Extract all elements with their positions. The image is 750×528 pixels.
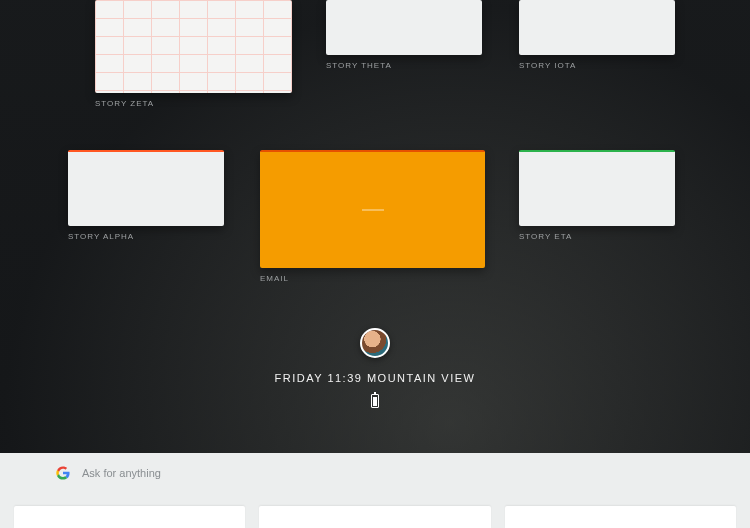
search-placeholder: Ask for anything bbox=[82, 467, 161, 479]
search-bar[interactable]: Ask for anything bbox=[0, 453, 750, 493]
card-label: STORY IOTA bbox=[519, 61, 576, 70]
card-story-iota[interactable]: STORY IOTA bbox=[519, 0, 675, 55]
card-email[interactable]: EMAIL bbox=[260, 150, 485, 268]
overview-screen: STORY ZETA STORY THETA STORY IOTA STORY … bbox=[0, 0, 750, 528]
bottom-panel: Ask for anything bbox=[0, 453, 750, 528]
avatar[interactable] bbox=[360, 328, 390, 358]
card-label: STORY ETA bbox=[519, 232, 572, 241]
card-label: STORY ZETA bbox=[95, 99, 154, 108]
feed-card[interactable] bbox=[14, 506, 245, 528]
card-story-theta[interactable]: STORY THETA bbox=[326, 0, 482, 55]
clock-text: FRIDAY 11:39 MOUNTAIN VIEW bbox=[0, 372, 750, 384]
card-label: EMAIL bbox=[260, 274, 289, 283]
card-label: STORY THETA bbox=[326, 61, 392, 70]
feed-card-row bbox=[0, 506, 750, 528]
feed-card[interactable] bbox=[505, 506, 736, 528]
card-story-eta[interactable]: STORY ETA bbox=[519, 150, 675, 226]
card-story-zeta[interactable]: STORY ZETA bbox=[95, 0, 292, 93]
card-story-alpha[interactable]: STORY ALPHA bbox=[68, 150, 224, 226]
feed-card[interactable] bbox=[259, 506, 490, 528]
card-label: STORY ALPHA bbox=[68, 232, 134, 241]
battery-icon bbox=[371, 394, 379, 408]
google-logo-icon bbox=[56, 466, 70, 480]
